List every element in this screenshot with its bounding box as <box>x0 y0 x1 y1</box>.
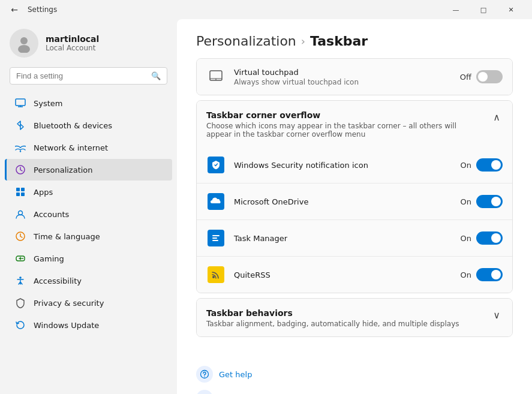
virtual-touchpad-toggle[interactable] <box>476 70 503 83</box>
quiterss-status: On <box>461 270 471 279</box>
sidebar-item-bluetooth-label: Bluetooth & devices <box>34 121 112 130</box>
give-feedback-link[interactable]: Give feedback <box>196 390 513 394</box>
sidebar-item-apps[interactable]: Apps <box>5 181 172 203</box>
content-area: Personalization › Taskbar Virtual touchp… <box>177 19 532 394</box>
time-icon <box>14 230 26 242</box>
quiterss-control: On <box>461 268 503 281</box>
onedrive-text: Microsoft OneDrive <box>234 197 452 206</box>
sidebar-item-personalization-label: Personalization <box>34 166 93 175</box>
search-input[interactable] <box>16 71 146 80</box>
onedrive-status: On <box>461 197 471 206</box>
windows-security-toggle[interactable] <box>476 158 503 172</box>
taskbar-behaviors-title: Taskbar behaviors <box>206 308 459 318</box>
get-help-link[interactable]: Get help <box>196 366 513 383</box>
sidebar-item-system-label: System <box>34 99 62 108</box>
toggle-thumb <box>491 270 501 279</box>
svg-point-17 <box>19 276 22 279</box>
bluetooth-icon <box>14 119 26 131</box>
give-feedback-icon <box>196 390 213 394</box>
sidebar-item-accessibility[interactable]: Accessibility <box>5 270 172 291</box>
sidebar-item-network[interactable]: Network & internet <box>5 137 172 158</box>
system-icon <box>14 97 26 109</box>
sidebar-item-gaming[interactable]: Gaming <box>5 248 172 269</box>
apps-icon <box>14 186 26 198</box>
search-icon: 🔍 <box>151 71 161 80</box>
task-manager-title: Task Manager <box>234 234 452 243</box>
window-controls: — □ ✕ <box>442 0 525 19</box>
virtual-touchpad-status: Off <box>460 73 471 82</box>
onedrive-row: Microsoft OneDrive On <box>197 184 512 220</box>
sidebar-item-apps-label: Apps <box>34 188 53 197</box>
quiterss-text: QuiteRSS <box>234 270 452 279</box>
toggle-thumb <box>491 197 501 206</box>
search-box[interactable]: 🔍 <box>10 67 167 85</box>
user-account-type: Local Account <box>46 44 99 52</box>
breadcrumb-separator: › <box>301 35 305 47</box>
taskbar-behaviors-header[interactable]: Taskbar behaviors Taskbar alignment, bad… <box>197 299 512 336</box>
svg-rect-2 <box>16 99 25 106</box>
svg-point-16 <box>22 258 23 259</box>
svg-rect-22 <box>212 237 217 239</box>
back-button[interactable]: ← <box>7 2 22 17</box>
svg-rect-23 <box>212 240 218 241</box>
svg-rect-9 <box>16 193 20 196</box>
sidebar-item-update-label: Windows Update <box>34 321 99 330</box>
update-icon <box>14 319 26 331</box>
maximize-button[interactable]: □ <box>470 0 497 19</box>
quiterss-toggle[interactable] <box>476 268 503 281</box>
task-manager-toggle[interactable] <box>476 231 503 245</box>
quiterss-row: QuiteRSS On <box>197 257 512 293</box>
quiterss-icon <box>206 265 226 284</box>
taskbar-corner-overflow-card: Taskbar corner overflow Choose which ico… <box>196 100 513 293</box>
network-icon <box>14 142 26 154</box>
minimize-button[interactable]: — <box>442 0 470 19</box>
onedrive-control: On <box>461 195 503 208</box>
onedrive-title: Microsoft OneDrive <box>234 197 452 206</box>
sidebar-item-system[interactable]: System <box>5 92 172 114</box>
onedrive-toggle[interactable] <box>476 195 503 208</box>
sidebar-item-time[interactable]: Time & language <box>5 225 172 247</box>
taskbar-behaviors-expand[interactable]: ∨ <box>491 308 503 322</box>
task-manager-status: On <box>461 234 471 243</box>
close-icon: ✕ <box>508 6 513 14</box>
task-manager-control: On <box>461 231 503 245</box>
windows-security-title: Windows Security notification icon <box>234 161 452 170</box>
virtual-touchpad-card: Virtual touchpad Always show virtual tou… <box>196 58 513 95</box>
get-help-icon <box>196 366 213 383</box>
titlebar: ← Settings — □ ✕ <box>0 0 532 19</box>
bottom-links: Get help Give feedback <box>177 356 532 394</box>
virtual-touchpad-text: Virtual touchpad Always show virtual tou… <box>234 68 452 86</box>
sidebar-item-accessibility-label: Accessibility <box>34 276 82 285</box>
avatar <box>10 29 38 58</box>
taskbar-behaviors-card: Taskbar behaviors Taskbar alignment, bad… <box>196 298 513 337</box>
svg-rect-7 <box>16 188 20 191</box>
back-icon: ← <box>11 5 18 14</box>
close-button[interactable]: ✕ <box>497 0 525 19</box>
taskbar-corner-overflow-desc: Choose which icons may appear in the tas… <box>206 122 470 139</box>
onedrive-icon <box>206 192 226 211</box>
sidebar: martinlocal Local Account 🔍 System Bluet… <box>0 19 177 394</box>
sidebar-item-personalization[interactable]: Personalization <box>5 159 172 181</box>
taskbar-corner-overflow-header: Taskbar corner overflow Choose which ico… <box>197 101 512 147</box>
window-title: Settings <box>28 5 436 14</box>
svg-point-5 <box>20 151 21 152</box>
breadcrumb-current: Taskbar <box>310 34 368 49</box>
taskbar-corner-overflow-expand[interactable]: ∧ <box>491 110 503 124</box>
sidebar-item-gaming-label: Gaming <box>34 254 64 263</box>
svg-point-0 <box>20 37 28 44</box>
accounts-icon <box>14 208 26 220</box>
windows-security-icon <box>206 155 226 175</box>
breadcrumb: Personalization › Taskbar <box>196 34 513 49</box>
sidebar-item-accounts[interactable]: Accounts <box>5 203 172 225</box>
sidebar-item-update[interactable]: Windows Update <box>5 314 172 336</box>
user-info: martinlocal Local Account <box>46 34 99 52</box>
svg-rect-10 <box>21 193 25 196</box>
sidebar-item-privacy[interactable]: Privacy & security <box>5 292 172 314</box>
windows-security-text: Windows Security notification icon <box>234 161 452 170</box>
sidebar-item-bluetooth[interactable]: Bluetooth & devices <box>5 115 172 136</box>
sidebar-item-accounts-label: Accounts <box>34 210 69 219</box>
task-manager-row: Task Manager On <box>197 220 512 257</box>
main-layout: martinlocal Local Account 🔍 System Bluet… <box>0 19 532 394</box>
user-profile[interactable]: martinlocal Local Account <box>0 19 177 65</box>
accessibility-icon <box>14 275 26 287</box>
